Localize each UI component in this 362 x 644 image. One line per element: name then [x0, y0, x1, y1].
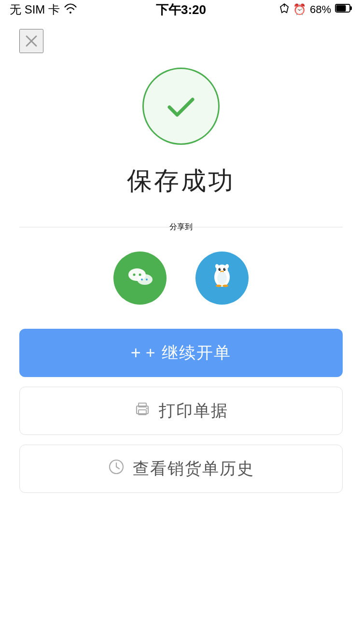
svg-point-7 [133, 274, 135, 276]
plus-icon: + [131, 343, 142, 363]
wechat-icon [125, 264, 156, 292]
status-right: ⏰ 68% [279, 3, 352, 16]
printer-icon [134, 400, 151, 421]
svg-point-14 [223, 268, 225, 271]
share-divider: 分享到 [19, 222, 343, 232]
print-button[interactable]: 打印单据 [19, 387, 343, 435]
svg-point-20 [223, 284, 228, 287]
continue-button[interactable]: + + 继续开单 [19, 329, 343, 377]
svg-point-9 [141, 279, 143, 280]
continue-label: + 继续开单 [146, 342, 231, 364]
svg-rect-2 [336, 5, 346, 12]
status-left: 无 SIM 卡 [10, 2, 77, 17]
status-time: 下午3:20 [156, 1, 206, 18]
svg-line-29 [116, 467, 119, 469]
svg-point-19 [216, 284, 222, 287]
clock-icon [108, 458, 125, 479]
svg-point-18 [217, 272, 227, 284]
qq-icon [207, 263, 238, 294]
sim-label: 无 SIM 卡 [10, 2, 60, 17]
svg-point-15 [220, 268, 221, 269]
main-content: 保存成功 分享到 [0, 19, 362, 512]
status-bar: 无 SIM 卡 下午3:20 ⏰ 68% [0, 0, 362, 19]
battery-text: 68% [310, 3, 331, 16]
print-label: 打印单据 [159, 400, 228, 422]
action-buttons: + + 继续开单 打印单据 [19, 329, 343, 493]
share-label: 分享到 [169, 222, 193, 232]
svg-point-26 [146, 408, 148, 409]
close-button[interactable] [19, 29, 43, 53]
svg-point-10 [146, 279, 148, 280]
wifi-icon [64, 3, 77, 16]
svg-point-8 [139, 274, 141, 276]
share-icons [19, 252, 343, 305]
svg-point-16 [224, 268, 225, 269]
share-wechat-button[interactable] [113, 252, 167, 305]
svg-point-6 [137, 274, 153, 285]
battery-icon [335, 3, 352, 16]
share-section: 分享到 [19, 222, 343, 305]
checkmark-icon [162, 87, 200, 126]
svg-point-13 [218, 268, 221, 271]
location-icon [279, 3, 289, 16]
success-title: 保存成功 [127, 164, 235, 198]
share-qq-button[interactable] [195, 252, 249, 305]
alarm-icon: ⏰ [293, 3, 306, 16]
history-label: 查看销货单历史 [133, 458, 254, 480]
history-button[interactable]: 查看销货单历史 [19, 445, 343, 493]
success-icon-circle [142, 68, 220, 145]
svg-rect-1 [350, 6, 352, 10]
